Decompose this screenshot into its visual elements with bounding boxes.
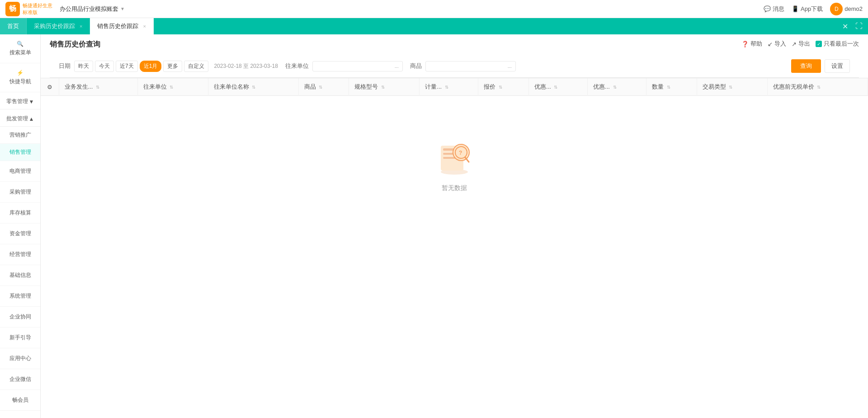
tab-sales-history-label: 销售历史价跟踪 [97,22,138,30]
table-header-quantity[interactable]: 数量 ⇅ [646,78,697,96]
sidebar-item-wholesale-mgmt[interactable]: 批发管理 ▲ [0,109,40,127]
tab-home-label: 首页 [7,22,19,30]
tab-close-btn[interactable]: ✕ [840,20,850,33]
help-action[interactable]: ❓ 帮助 [741,40,762,48]
import-label: 导入 [774,40,786,48]
app-download-icon: 📱 [792,5,799,12]
top-bar: 畅 畅捷通好生意 标准版 办公用品行业模拟账套 ▼ 💬 消息 📱 App下载 D… [0,0,868,18]
sidebar-item-app-center[interactable]: 应用中心 [0,348,40,369]
table-header-partner-code[interactable]: 往来单位 ⇅ [137,78,208,96]
sidebar-item-search-menu-label: 搜索菜单 [9,49,31,57]
top-bar-right: 💬 消息 📱 App下载 D demo2 [764,3,863,15]
date-btn-more[interactable]: 更多 [163,61,182,72]
sidebar-item-retail-mgmt-label: 零售管理 [6,98,28,105]
empty-text: 暂无数据 [442,184,467,192]
partner-more-btn[interactable]: ... [395,63,399,69]
sidebar-item-marketing[interactable]: 营销推广 [0,127,40,144]
product-input[interactable] [429,63,508,70]
sidebar-item-purchase-mgmt[interactable]: 采购管理 [0,182,40,203]
partner-input-wrap: ... [312,61,403,71]
message-action[interactable]: 💬 消息 [764,5,784,13]
retail-mgmt-arrow-icon: ▼ [29,99,34,105]
quick-nav-icon: ⚡ [17,70,24,76]
sidebar-item-enterprise-wechat-label: 企业微信 [9,375,31,383]
table-header-product[interactable]: 商品 ⇅ [298,78,349,96]
sidebar-item-basic-info[interactable]: 基础信息 [0,265,40,286]
sidebar-item-system-mgmt[interactable]: 系统管理 [0,286,40,307]
sidebar-item-ecommerce-label: 电商管理 [9,167,31,175]
workspace-selector[interactable]: 办公用品行业模拟账套 ▼ [56,5,128,13]
help-label: 帮助 [750,40,762,48]
product-more-btn[interactable]: ... [508,63,512,69]
tab-expand-btn[interactable]: ⛶ [854,20,864,32]
sidebar-item-finance[interactable]: 资金管理 [0,223,40,244]
settings-button[interactable]: 设置 [825,59,850,73]
user-action[interactable]: D demo2 [830,3,863,15]
sidebar-item-enterprise-wechat[interactable]: 企业微信 [0,369,40,390]
date-btn-yesterday[interactable]: 昨天 [74,61,93,72]
sidebar-item-quick-nav[interactable]: ⚡ 快捷导航 [0,63,40,92]
sort-icon-quote: ⇅ [499,85,502,90]
checkbox-checked-icon: ✓ [816,41,822,47]
sort-icon-trade-type: ⇅ [729,85,732,90]
product-input-wrap: ... [425,61,516,71]
table-header-partner-name[interactable]: 往来单位名称 ⇅ [208,78,298,96]
date-btn-last1m[interactable]: 近1月 [140,61,162,72]
date-btn-today[interactable]: 今天 [95,61,114,72]
tab-sales-history[interactable]: 销售历史价跟踪 × [90,18,153,34]
tab-purchase-history[interactable]: 采购历史价跟踪 × [27,18,90,34]
tab-bar-actions: ✕ ⛶ [837,18,868,34]
export-action[interactable]: ↗ 导出 [792,40,810,48]
date-btn-last7[interactable]: 近7天 [116,61,138,72]
sidebar-item-marketing-label: 营销推广 [9,131,31,139]
date-btn-custom[interactable]: 自定义 [184,61,208,72]
tab-purchase-history-close[interactable]: × [80,24,82,29]
tab-sales-history-close[interactable]: × [143,24,146,29]
message-icon: 💬 [764,5,771,12]
table-header-settings[interactable]: ⚙ [41,78,59,96]
filter-bar: 日期 昨天 今天 近7天 近1月 更多 自定义 2023-02-18 至 202… [50,55,859,78]
sidebar-item-new-guide[interactable]: 新手引导 [0,328,40,348]
app-download-action[interactable]: 📱 App下载 [792,5,823,13]
svg-text:?: ? [459,150,462,156]
empty-state: ? 暂无数据 [41,96,868,228]
table-header-quote[interactable]: 报价 ⇅ [478,78,529,96]
query-button[interactable]: 查询 [791,59,821,73]
sidebar-item-quick-nav-label: 快捷导航 [9,78,31,86]
tab-home[interactable]: 首页 [0,18,27,34]
sort-icon-discount1: ⇅ [554,85,557,90]
table-container: ⚙ 业务发生... ⇅ 往来单位 ⇅ 往来单位名称 ⇅ [41,78,868,418]
table-header-row: ⚙ 业务发生... ⇅ 往来单位 ⇅ 往来单位名称 ⇅ [41,78,868,96]
import-action[interactable]: ↙ 导入 [768,40,786,48]
sort-icon-product: ⇅ [319,85,322,90]
table-header-discount1[interactable]: 优惠... ⇅ [529,78,588,96]
partner-input[interactable] [316,63,395,70]
table-header-business-date[interactable]: 业务发生... ⇅ [59,78,137,96]
sidebar-item-basic-info-label: 基础信息 [9,271,31,279]
sidebar-item-sales-mgmt-label: 销售管理 [9,148,31,156]
sidebar-item-search-menu[interactable]: 🔍 搜索菜单 [0,34,40,63]
only-last-label: 只看最后一次 [824,40,859,48]
only-last-checkbox[interactable]: ✓ 只看最后一次 [816,40,859,48]
sort-icon-unit: ⇅ [445,85,448,90]
date-filter-label: 日期 [59,62,71,70]
sidebar-item-enterprise-coop[interactable]: 企业协同 [0,307,40,328]
sidebar-item-sales-mgmt[interactable]: 销售管理 [0,144,40,161]
sidebar-item-retail-mgmt[interactable]: 零售管理 ▼ [0,92,40,109]
table-header-discount2[interactable]: 优惠... ⇅ [588,78,646,96]
logo-area: 畅 畅捷通好生意 标准版 [5,2,52,16]
sidebar-item-ecommerce[interactable]: 电商管理 [0,161,40,182]
table-header-spec[interactable]: 规格型号 ⇅ [349,78,420,96]
avatar: D [830,3,843,15]
table-header-unit[interactable]: 计量... ⇅ [420,78,478,96]
sort-icon-partner-code: ⇅ [170,85,173,90]
sidebar-item-business-mgmt[interactable]: 经营管理 [0,244,40,265]
export-icon: ↗ [792,41,797,48]
sidebar-item-vip-member[interactable]: 畅会员 [0,390,40,411]
table-header-trade-type[interactable]: 交易类型 ⇅ [697,78,767,96]
sort-icon-business-date: ⇅ [96,85,99,90]
sidebar-item-purchase-mgmt-label: 采购管理 [9,188,31,196]
sidebar-item-inventory[interactable]: 库存核算 [0,203,40,223]
page-header: 销售历史价查询 ❓ 帮助 ↙ 导入 ↗ 导出 ✓ [41,34,868,78]
table-header-pretax-price[interactable]: 优惠前无税单价 ⇅ [767,78,868,96]
